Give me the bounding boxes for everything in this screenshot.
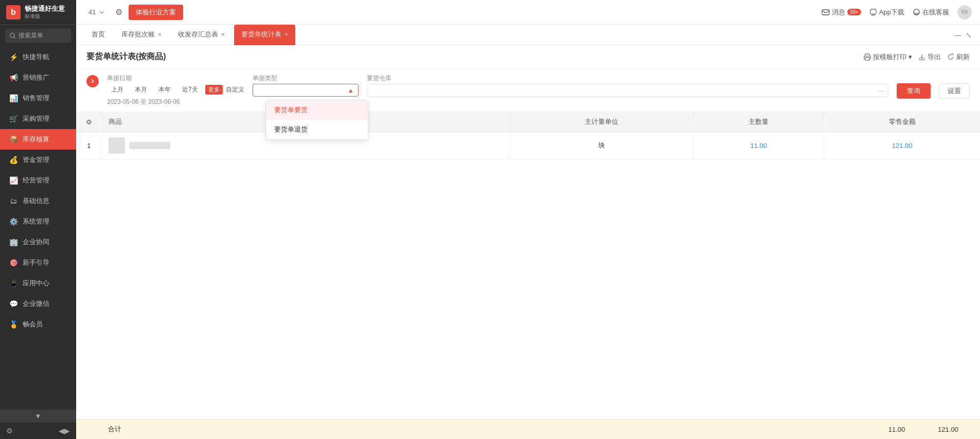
- date-btn-last-month[interactable]: 上月: [107, 84, 128, 96]
- tab-receivable-summary[interactable]: 收发存汇总表 ×: [171, 25, 232, 45]
- col-amount: 零售金额: [824, 112, 980, 132]
- amount-link[interactable]: 121.00: [892, 142, 913, 150]
- header-right: 消息 99+ App下载 在线客服 Rit: [822, 5, 972, 20]
- sidebar-item-app-center[interactable]: 📱 应用中心: [0, 273, 76, 294]
- member-icon: 🏅: [8, 319, 19, 330]
- sidebar-item-sales[interactable]: 📊 销售管理: [0, 88, 76, 108]
- sidebar-item-finance[interactable]: 💰 资金管理: [0, 150, 76, 170]
- filter-group: 单据日期 上月 本月 本年 近7天 更多 自定义 2023-05-06 至 20…: [107, 74, 970, 106]
- tab-order-stats[interactable]: 要货单统计表 ×: [234, 25, 295, 45]
- filter-bar: 单据日期 上月 本月 本年 近7天 更多 自定义 2023-05-06 至 20…: [76, 69, 980, 112]
- sales-icon: 📊: [8, 93, 19, 103]
- settings-button[interactable]: 设置: [939, 83, 970, 99]
- collapse-sidebar-icon[interactable]: ◀▶: [59, 427, 70, 435]
- messages-badge: 99+: [847, 9, 861, 15]
- row-quantity: 11.00: [693, 132, 824, 159]
- maximize-tab-icon[interactable]: ⤡: [966, 31, 972, 39]
- refresh-btn[interactable]: 刷新: [947, 52, 970, 62]
- tab-close-order-stats[interactable]: ×: [284, 31, 288, 38]
- table-container: ⚙ 商品 主计量单位 主数量 零售金额 1: [76, 112, 980, 419]
- quantity-link[interactable]: 11.00: [751, 142, 768, 150]
- col-settings: ⚙: [76, 112, 102, 132]
- col-quantity: 主数量: [693, 112, 824, 132]
- main-content: 41 ⚙ 体验行业方案 消息 99+: [76, 0, 980, 439]
- dropdown-item-order-purchase[interactable]: 要货单要货: [266, 100, 368, 120]
- export-btn[interactable]: 导出: [918, 52, 941, 62]
- quick-nav-icon: ⚡: [8, 52, 19, 62]
- sidebar-item-enterprise[interactable]: 🏢 企业协同: [0, 232, 76, 252]
- marketing-icon: 📢: [8, 72, 19, 83]
- query-button[interactable]: 查询: [897, 83, 931, 99]
- app-download-action[interactable]: App下载: [869, 8, 904, 17]
- sidebar-item-marketing[interactable]: 📢 营销推广: [0, 67, 76, 88]
- tab-close-inventory-batch[interactable]: ×: [158, 31, 162, 38]
- date-btn-custom[interactable]: 自定义: [226, 85, 244, 94]
- table-row: 1 块 11.00: [76, 132, 980, 159]
- user-avatar[interactable]: Rit: [957, 5, 972, 20]
- app-brand: 畅捷通好生意 标准版: [25, 5, 65, 20]
- type-input[interactable]: [257, 86, 344, 94]
- date-btn-7days[interactable]: 近7天: [178, 84, 202, 96]
- page-content: 要货单统计表(按商品) 按模板打印 ▾: [76, 45, 980, 439]
- store-chevron-icon: [99, 9, 105, 15]
- sidebar-item-quick-nav[interactable]: ⚡ 快捷导航: [0, 47, 76, 67]
- svg-rect-2: [822, 10, 829, 15]
- sidebar-item-operations[interactable]: 📈 经营管理: [0, 170, 76, 191]
- online-service-action[interactable]: 在线客服: [913, 8, 949, 17]
- store-selector[interactable]: 41: [84, 6, 109, 18]
- footer-amount: 121.00: [922, 426, 974, 433]
- sidebar-search[interactable]: 搜索菜单: [5, 29, 71, 43]
- data-table: ⚙ 商品 主计量单位 主数量 零售金额 1: [76, 112, 980, 159]
- message-icon: [822, 8, 830, 16]
- trial-btn[interactable]: 体验行业方案: [129, 5, 183, 20]
- page-actions: 按模板打印 ▾ 导出: [864, 52, 970, 62]
- guide-icon: 🎯: [8, 258, 19, 268]
- sidebar-item-purchase[interactable]: 🛒 采购管理: [0, 108, 76, 129]
- sidebar-scroll-down[interactable]: ▼: [0, 410, 76, 422]
- sidebar-item-wechat[interactable]: 💬 企业微信: [0, 294, 76, 314]
- sidebar-item-system[interactable]: ⚙️ 系统管理: [0, 211, 76, 232]
- date-filter: 单据日期 上月 本月 本年 近7天 更多 自定义 2023-05-06 至 20…: [107, 74, 244, 106]
- basic-info-icon: 🗂: [8, 196, 19, 206]
- export-icon: [918, 53, 925, 61]
- date-btn-more[interactable]: 更多: [205, 85, 223, 95]
- filter-toggle-btn[interactable]: [86, 75, 99, 87]
- tab-close-receivable-summary[interactable]: ×: [221, 31, 225, 38]
- svg-point-5: [914, 9, 919, 15]
- warehouse-input-wrapper[interactable]: ···: [367, 84, 888, 97]
- purchase-icon: 🛒: [8, 114, 19, 124]
- date-btn-this-month[interactable]: 本月: [131, 84, 151, 96]
- sidebar-item-guide[interactable]: 🎯 新手引导: [0, 252, 76, 273]
- date-btn-this-year[interactable]: 本年: [154, 84, 175, 96]
- sidebar: b 畅捷通好生意 标准版 ▲ 搜索菜单 ⚡ 快捷导航 📢 营销推广 📊 销售管理…: [0, 0, 76, 439]
- tab-inventory-batch[interactable]: 库存批次账 ×: [114, 25, 169, 45]
- date-label: 单据日期: [107, 74, 244, 83]
- refresh-icon: [947, 53, 954, 61]
- table-header-row: ⚙ 商品 主计量单位 主数量 零售金额: [76, 112, 980, 132]
- row-unit: 块: [510, 132, 693, 159]
- type-label: 单据类型: [253, 74, 359, 83]
- minimize-tab-icon[interactable]: —: [954, 31, 961, 39]
- page-container: 要货单统计表(按商品) 按模板打印 ▾: [76, 45, 980, 439]
- dropdown-item-order-return[interactable]: 要货单退货: [266, 120, 368, 139]
- product-image: [109, 137, 125, 154]
- page-title-bar: 要货单统计表(按商品) 按模板打印 ▾: [76, 45, 980, 69]
- type-chevron-up-icon[interactable]: ▲: [348, 87, 354, 94]
- headset-icon: [913, 8, 920, 16]
- header-settings-icon[interactable]: ⚙: [115, 7, 122, 17]
- sidebar-item-member[interactable]: 🏅 畅会员: [0, 314, 76, 335]
- warehouse-filter: 要货仓库 ···: [367, 74, 888, 97]
- sidebar-item-inventory[interactable]: 📦 库存核算: [0, 129, 76, 150]
- type-input-wrapper[interactable]: ▲: [253, 84, 359, 97]
- row-num: 1: [76, 132, 102, 159]
- warehouse-input[interactable]: [371, 87, 878, 95]
- app-center-icon: 📱: [8, 278, 19, 288]
- settings-footer-icon[interactable]: ⚙: [6, 427, 13, 435]
- warehouse-dots-icon[interactable]: ···: [878, 86, 884, 95]
- messages-action[interactable]: 消息 99+: [822, 8, 861, 17]
- system-icon: ⚙️: [8, 216, 19, 227]
- tab-home[interactable]: 首页: [84, 25, 112, 45]
- col-unit: 主计量单位: [510, 112, 693, 132]
- sidebar-item-basic-info[interactable]: 🗂 基础信息: [0, 191, 76, 211]
- print-btn[interactable]: 按模板打印 ▾: [864, 52, 912, 62]
